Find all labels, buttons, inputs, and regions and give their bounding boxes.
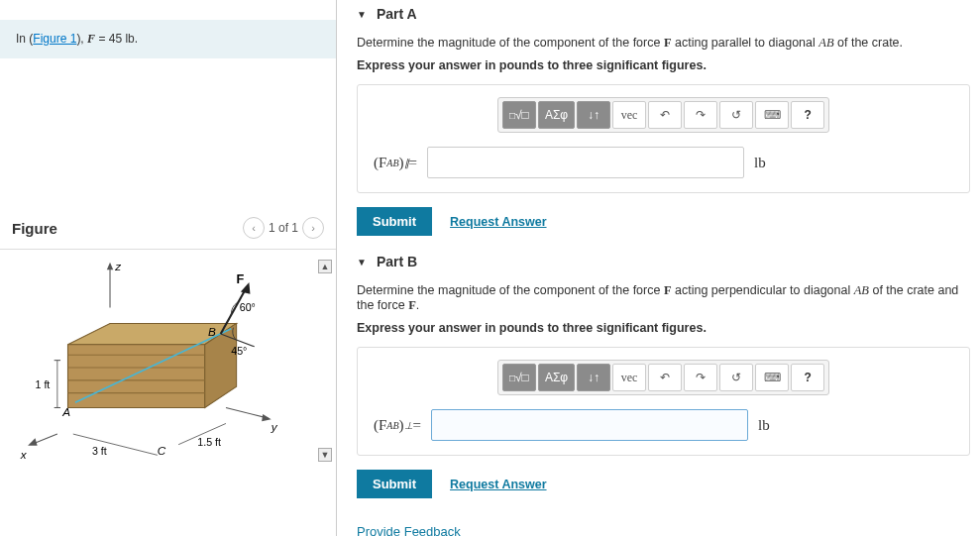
part-a-answer-row: (FAB)∥ = lb: [374, 147, 953, 178]
figure-body: z y x B A C: [0, 249, 336, 472]
part-b-instructions: Express your answer in pounds to three s…: [357, 321, 970, 335]
svg-text:F: F: [237, 271, 245, 286]
svg-text:45°: 45°: [231, 346, 247, 358]
redo-button[interactable]: ↷: [684, 101, 717, 129]
help-button[interactable]: ?: [791, 101, 824, 129]
chevron-down-icon: ▼: [357, 9, 367, 20]
svg-line-30: [73, 434, 158, 455]
svg-text:3 ft: 3 ft: [92, 446, 107, 458]
help-button[interactable]: ?: [791, 364, 824, 391]
left-pane: In (Figure 1), F = 45 lb. Figure ‹ 1 of …: [0, 0, 337, 536]
part-b-lhs: (FAB)⊥ =: [374, 417, 421, 434]
crate-figure: z y x B A C: [10, 250, 326, 471]
keyboard-button[interactable]: ⌨: [755, 364, 789, 391]
part-b: ▼ Part B Determine the magnitude of the …: [357, 254, 970, 498]
svg-text:C: C: [158, 445, 166, 458]
part-b-prompt: Determine the magnitude of the component…: [357, 283, 970, 313]
part-b-request-answer[interactable]: Request Answer: [450, 478, 546, 491]
part-a-unit: lb: [754, 155, 766, 171]
scripts-button[interactable]: ↓↑: [577, 364, 610, 391]
part-a-prompt: Determine the magnitude of the component…: [357, 36, 970, 51]
svg-marker-4: [262, 414, 272, 421]
figure-header: Figure ‹ 1 of 1 ›: [0, 217, 336, 239]
greek-button[interactable]: ΑΣφ: [538, 364, 575, 391]
scroll-down-icon[interactable]: ▼: [318, 448, 332, 462]
part-a-actions: Submit Request Answer: [357, 207, 970, 236]
part-a-header[interactable]: ▼ Part A: [357, 6, 970, 22]
figure-scrollbar[interactable]: ▲ ▼: [318, 260, 332, 462]
stmt-text2: ),: [76, 32, 87, 46]
part-a-lhs: (FAB)∥ =: [374, 155, 417, 171]
part-b-title: Part B: [377, 254, 417, 269]
svg-text:z: z: [114, 261, 121, 273]
redo-button[interactable]: ↷: [684, 364, 717, 391]
pager-label: 1 of 1: [269, 221, 298, 235]
stmt-var: F: [87, 32, 95, 46]
svg-text:y: y: [271, 420, 278, 433]
svg-marker-10: [67, 345, 204, 408]
reset-button[interactable]: ↺: [719, 101, 753, 129]
provide-feedback-link[interactable]: Provide Feedback: [357, 524, 461, 536]
part-a: ▼ Part A Determine the magnitude of the …: [357, 6, 970, 236]
part-b-actions: Submit Request Answer: [357, 470, 970, 498]
vec-button[interactable]: vec: [612, 101, 646, 129]
svg-text:B: B: [208, 326, 216, 339]
part-a-toolbar: □√□ ΑΣφ ↓↑ vec ↶ ↷ ↺ ⌨ ?: [497, 97, 829, 133]
part-a-answer-panel: □√□ ΑΣφ ↓↑ vec ↶ ↷ ↺ ⌨ ? (FAB)∥ = lb: [357, 84, 970, 193]
part-a-answer-input[interactable]: [427, 147, 744, 178]
svg-text:60°: 60°: [240, 301, 256, 313]
scroll-up-icon[interactable]: ▲: [318, 260, 332, 273]
figure-title: Figure: [12, 220, 57, 237]
svg-text:x: x: [20, 448, 28, 461]
templates-button[interactable]: □√□: [502, 101, 536, 129]
prev-figure-button[interactable]: ‹: [243, 217, 265, 239]
svg-line-3: [226, 408, 269, 419]
problem-statement: In (Figure 1), F = 45 lb.: [0, 20, 336, 58]
vec-button[interactable]: vec: [612, 364, 646, 391]
part-a-instructions: Express your answer in pounds to three s…: [357, 58, 970, 72]
part-b-header[interactable]: ▼ Part B: [357, 254, 970, 269]
part-b-answer-input[interactable]: [431, 409, 748, 441]
part-b-answer-panel: □√□ ΑΣφ ↓↑ vec ↶ ↷ ↺ ⌨ ? (FAB)⊥ = lb: [357, 347, 970, 456]
greek-button[interactable]: ΑΣφ: [538, 101, 575, 129]
part-b-unit: lb: [758, 417, 770, 434]
right-pane: ▼ Part A Determine the magnitude of the …: [337, 0, 980, 536]
stmt-text: In (: [16, 32, 33, 46]
svg-text:1 ft: 1 ft: [36, 379, 51, 391]
part-a-request-answer[interactable]: Request Answer: [450, 215, 546, 229]
svg-text:1.5 ft: 1.5 ft: [197, 436, 221, 448]
chevron-down-icon: ▼: [357, 257, 367, 268]
part-a-submit-button[interactable]: Submit: [357, 207, 432, 236]
figure-pager: ‹ 1 of 1 ›: [243, 217, 324, 239]
part-b-answer-row: (FAB)⊥ = lb: [374, 409, 953, 441]
svg-marker-1: [107, 263, 113, 269]
scripts-button[interactable]: ↓↑: [577, 101, 610, 129]
part-b-submit-button[interactable]: Submit: [357, 470, 432, 498]
next-figure-button[interactable]: ›: [302, 217, 324, 239]
stmt-eq: = 45 lb.: [95, 32, 138, 46]
part-b-toolbar: □√□ ΑΣφ ↓↑ vec ↶ ↷ ↺ ⌨ ?: [497, 360, 829, 395]
templates-button[interactable]: □√□: [502, 364, 536, 391]
svg-text:A: A: [61, 405, 70, 418]
figure-link[interactable]: Figure 1: [33, 32, 76, 46]
keyboard-button[interactable]: ⌨: [755, 101, 789, 129]
part-a-title: Part A: [377, 6, 417, 22]
undo-button[interactable]: ↶: [648, 364, 682, 391]
reset-button[interactable]: ↺: [719, 364, 753, 391]
undo-button[interactable]: ↶: [648, 101, 682, 129]
svg-marker-7: [28, 439, 38, 446]
